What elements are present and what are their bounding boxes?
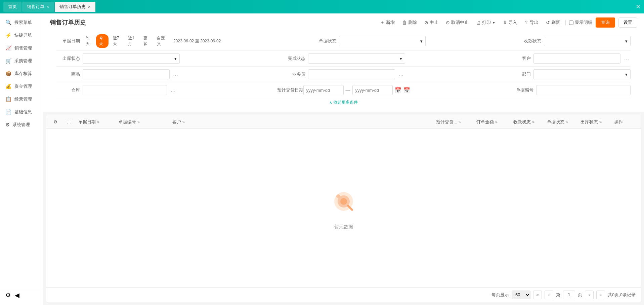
salesperson-ellipsis-btn[interactable]: …	[397, 71, 405, 77]
date-btn-more[interactable]: 更多	[140, 34, 153, 48]
date-btn-1month[interactable]: 近1月	[125, 34, 139, 48]
customer-input[interactable]	[533, 53, 620, 64]
filter-label-date: 单据日期	[56, 38, 80, 44]
sidebar-item-fund-mgmt[interactable]: 💰 资金管理	[0, 80, 43, 93]
page-label: 第	[556, 292, 560, 298]
date-btn-7days[interactable]: 近7天	[110, 34, 124, 48]
page-size-label: 每页显示	[491, 292, 509, 298]
delivery-date-from[interactable]	[303, 85, 344, 95]
page-size-select[interactable]: 50 10 20 100	[512, 291, 530, 299]
th-order-status[interactable]: 单据状态 ⇅	[544, 119, 578, 125]
sidebar-collapse-icon[interactable]: ◀	[15, 292, 19, 299]
th-pay-status[interactable]: 收款状态 ⇅	[511, 119, 544, 125]
select-all-checkbox[interactable]	[67, 120, 71, 124]
print-button[interactable]: 🖨 打印 ▼	[474, 18, 498, 27]
tab-home[interactable]: 首页	[3, 2, 22, 12]
sidebar-item-quick-nav[interactable]: ⚡ 快捷导航	[0, 29, 43, 42]
tab-sales-order-close[interactable]: ✕	[46, 5, 49, 9]
complete-status-select[interactable]: ▾	[308, 53, 405, 64]
dept-select[interactable]: ▾	[533, 69, 631, 79]
delete-button[interactable]: 🗑 删除	[400, 18, 419, 27]
filter-label-dept: 部门	[507, 71, 531, 77]
operation-mgmt-icon: 📋	[5, 96, 12, 102]
tab-sales-order[interactable]: 销售订单 ✕	[22, 2, 54, 12]
sidebar-item-purchase-mgmt-label: 采购管理	[14, 58, 32, 64]
delivery-date-to[interactable]	[352, 85, 393, 95]
sidebar-item-system-mgmt[interactable]: ⚙ 系统管理	[0, 118, 43, 131]
sidebar-item-sales-mgmt-label: 销售管理	[14, 45, 32, 51]
filter-warehouse[interactable]: …	[83, 85, 177, 95]
stop-button[interactable]: ⊘ 中止	[422, 18, 440, 27]
date-tag: 昨天 今天 近7天 近1月 更多 自定义	[83, 34, 169, 48]
filter-doc-no[interactable]	[536, 85, 631, 95]
th-settings[interactable]: ⚙	[49, 119, 62, 124]
th-amount[interactable]: 订单金额 ⇅	[474, 119, 511, 125]
tab-sales-order-history[interactable]: 销售订单历史 ✕	[55, 2, 95, 12]
refresh-button[interactable]: ↺ 刷新	[544, 18, 562, 27]
settings-gear-icon[interactable]: ⚙	[53, 119, 57, 124]
filter-salesperson[interactable]: …	[308, 69, 405, 79]
filter-row-4: 仓库 … 预计交货日期 — 📅 📅 单据编号	[56, 82, 631, 98]
salesperson-input[interactable]	[308, 69, 395, 79]
filter-product[interactable]: …	[83, 69, 180, 79]
first-page-btn[interactable]: «	[533, 291, 542, 299]
display-columns-checkbox[interactable]	[569, 21, 573, 25]
display-columns-toggle[interactable]: 显示明细	[569, 20, 592, 26]
sidebar-item-operation-mgmt[interactable]: 📋 经营管理	[0, 93, 43, 106]
warehouse-input[interactable]	[83, 85, 167, 95]
calendar-to-icon[interactable]: 📅	[403, 87, 410, 93]
date-btn-yesterday[interactable]: 昨天	[83, 34, 95, 48]
import-button[interactable]: ⇩ 导入	[501, 18, 519, 27]
th-checkbox[interactable]	[62, 120, 76, 124]
order-status-select[interactable]: ▾	[339, 36, 426, 46]
sidebar-item-inventory-label: 库存核算	[14, 71, 32, 77]
tab-sales-order-history-close[interactable]: ✕	[88, 5, 91, 9]
date-btn-custom[interactable]: 自定义	[154, 34, 169, 48]
search-button[interactable]: 查询	[596, 17, 615, 28]
filter-out-status[interactable]: ▾	[83, 53, 180, 64]
sidebar-item-inventory[interactable]: 📦 库存核算	[0, 67, 43, 80]
page-number-input[interactable]	[563, 291, 575, 299]
collapse-btn[interactable]: ∧ 收起更多条件	[56, 98, 631, 107]
settings-button[interactable]: 设置	[618, 17, 637, 28]
new-button[interactable]: ＋ 新增	[378, 18, 397, 27]
collapse-up-icon: ∧	[329, 100, 332, 105]
filter-complete-status[interactable]: ▾	[308, 53, 405, 64]
calendar-from-icon[interactable]: 📅	[395, 87, 401, 93]
filter-delivery-date[interactable]: — 📅 📅	[303, 85, 410, 95]
customer-ellipsis-btn[interactable]: …	[622, 55, 631, 62]
date-btn-today[interactable]: 今天	[96, 34, 108, 48]
product-ellipsis-btn[interactable]: …	[172, 71, 180, 77]
print-dropdown-icon: ▼	[492, 21, 496, 25]
cancel-stop-button[interactable]: ⊙ 取消中止	[444, 18, 471, 27]
th-out-status[interactable]: 出库状态 ⇅	[578, 119, 611, 125]
pay-status-select[interactable]: ▾	[544, 36, 631, 46]
last-page-btn[interactable]: »	[596, 291, 605, 299]
sidebar-item-sales-mgmt[interactable]: 📈 销售管理	[0, 42, 43, 54]
th-customer[interactable]: 客户 ⇅	[170, 119, 433, 125]
window-close-button[interactable]: ✕	[636, 3, 641, 10]
out-status-select[interactable]: ▾	[83, 53, 180, 64]
doc-no-input[interactable]	[536, 85, 631, 95]
filter-label-salesperson: 业务员	[282, 71, 305, 77]
th-date[interactable]: 单据日期 ⇅	[76, 119, 116, 125]
warehouse-ellipsis-btn[interactable]: …	[169, 87, 177, 93]
sidebar-item-basic-info[interactable]: 📄 基础信息	[0, 106, 43, 118]
next-page-btn[interactable]: ›	[585, 291, 594, 299]
table-area: ⚙ 单据日期 ⇅ 单据编号 ⇅ 客户 ⇅ 预计交货...	[46, 115, 641, 302]
sidebar-settings-icon[interactable]: ⚙	[5, 292, 11, 299]
cancel-stop-icon: ⊙	[446, 20, 450, 25]
sidebar-item-search-menu[interactable]: 🔍 搜索菜单	[0, 16, 43, 29]
filter-pay-status[interactable]: ▾	[544, 36, 631, 46]
filter-dept[interactable]: ▾	[533, 69, 631, 79]
th-delivery[interactable]: 预计交货... ⇅	[433, 119, 474, 125]
prev-page-btn[interactable]: ‹	[545, 291, 553, 299]
th-order-status-label: 单据状态	[547, 119, 564, 125]
filter-order-status[interactable]: ▾	[339, 36, 426, 46]
sidebar-item-purchase-mgmt[interactable]: 🛒 采购管理	[0, 54, 43, 67]
system-mgmt-icon: ⚙	[5, 122, 10, 128]
th-no[interactable]: 单据编号 ⇅	[116, 119, 170, 125]
product-input[interactable]	[83, 69, 170, 79]
filter-customer[interactable]: …	[533, 53, 631, 64]
export-button[interactable]: ⇧ 导出	[522, 18, 541, 27]
